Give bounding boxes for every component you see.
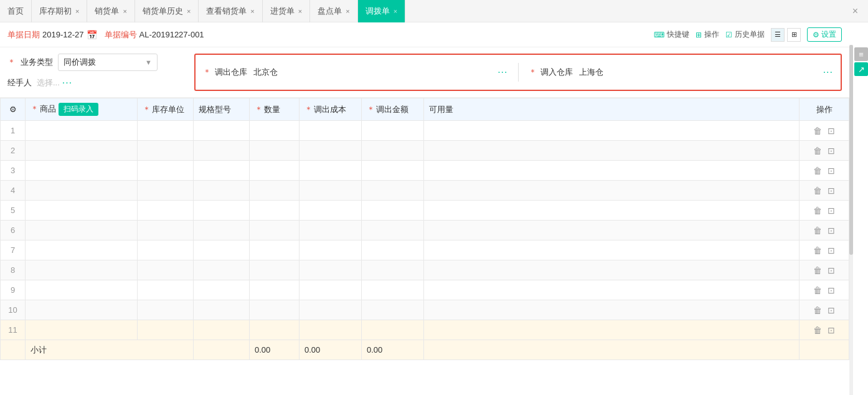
row-8-cost[interactable] bbox=[300, 260, 362, 280]
row-5-delete-button[interactable]: 🗑 bbox=[813, 206, 822, 216]
row-11-product[interactable] bbox=[26, 320, 138, 340]
row-11-copy-button[interactable]: ⊡ bbox=[828, 325, 835, 335]
table-settings-icon[interactable]: ⚙ bbox=[9, 105, 17, 114]
row-7-qty[interactable] bbox=[250, 240, 300, 260]
row-9-product[interactable] bbox=[26, 280, 138, 300]
row-6-avail[interactable] bbox=[424, 221, 800, 240]
row-7-spec[interactable] bbox=[194, 240, 250, 260]
row-4-qty[interactable] bbox=[250, 181, 300, 201]
row-1-spec[interactable] bbox=[194, 121, 250, 141]
row-2-amount[interactable] bbox=[362, 141, 424, 161]
row-7-copy-button[interactable]: ⊡ bbox=[828, 245, 835, 255]
row-4-spec[interactable] bbox=[194, 181, 250, 201]
sidebar-note-button[interactable]: ≡ bbox=[854, 47, 868, 61]
warehouse-out-more-button[interactable]: ··· bbox=[498, 67, 507, 78]
row-6-delete-button[interactable]: 🗑 bbox=[813, 226, 822, 236]
row-3-amount[interactable] bbox=[362, 161, 424, 181]
row-3-copy-button[interactable]: ⊡ bbox=[828, 166, 835, 176]
tab-close-purchase[interactable]: × bbox=[298, 7, 302, 15]
row-4-delete-button[interactable]: 🗑 bbox=[813, 186, 822, 196]
row-6-unit[interactable] bbox=[138, 221, 194, 240]
row-7-delete-button[interactable]: 🗑 bbox=[813, 245, 822, 255]
tab-transfer[interactable]: 调拨单 × bbox=[358, 0, 405, 22]
row-10-qty[interactable] bbox=[250, 300, 300, 320]
row-11-delete-button[interactable]: 🗑 bbox=[813, 325, 822, 335]
row-7-amount[interactable] bbox=[362, 240, 424, 260]
row-8-product[interactable] bbox=[26, 260, 138, 280]
tab-sales-history[interactable]: 销货单历史 × bbox=[135, 0, 199, 22]
row-10-copy-button[interactable]: ⊡ bbox=[828, 305, 835, 315]
sidebar-export-button[interactable]: ↗ bbox=[854, 62, 868, 76]
grid-view-button[interactable]: ⊞ bbox=[787, 28, 801, 42]
scroll-thumb[interactable] bbox=[849, 45, 853, 255]
row-8-qty[interactable] bbox=[250, 260, 300, 280]
row-9-avail[interactable] bbox=[424, 280, 800, 300]
row-1-copy-button[interactable]: ⊡ bbox=[828, 126, 835, 136]
warehouse-in-value[interactable]: 上海仓 bbox=[579, 67, 603, 78]
row-11-cost[interactable] bbox=[300, 320, 362, 340]
row-6-qty[interactable] bbox=[250, 221, 300, 240]
row-10-product[interactable] bbox=[26, 300, 138, 320]
tab-close-sales-history[interactable]: × bbox=[187, 7, 191, 15]
row-8-unit[interactable] bbox=[138, 260, 194, 280]
row-4-copy-button[interactable]: ⊡ bbox=[828, 186, 835, 196]
row-6-cost[interactable] bbox=[300, 221, 362, 240]
row-1-delete-button[interactable]: 🗑 bbox=[813, 126, 822, 136]
row-2-spec[interactable] bbox=[194, 141, 250, 161]
row-10-cost[interactable] bbox=[300, 300, 362, 320]
row-5-avail[interactable] bbox=[424, 201, 800, 221]
row-5-copy-button[interactable]: ⊡ bbox=[828, 206, 835, 216]
tab-close-inventory-init[interactable]: × bbox=[75, 7, 79, 15]
row-9-qty[interactable] bbox=[250, 280, 300, 300]
row-4-avail[interactable] bbox=[424, 181, 800, 201]
row-6-spec[interactable] bbox=[194, 221, 250, 240]
row-8-amount[interactable] bbox=[362, 260, 424, 280]
calendar-icon[interactable]: 📅 bbox=[87, 30, 97, 40]
row-1-qty[interactable] bbox=[250, 121, 300, 141]
row-11-spec[interactable] bbox=[194, 320, 250, 340]
tab-close-transfer[interactable]: × bbox=[394, 7, 397, 15]
row-5-product[interactable] bbox=[26, 201, 138, 221]
row-7-product[interactable] bbox=[26, 240, 138, 260]
row-10-spec[interactable] bbox=[194, 300, 250, 320]
row-8-delete-button[interactable]: 🗑 bbox=[813, 265, 822, 275]
scan-input-button[interactable]: 扫码录入 bbox=[59, 103, 98, 116]
row-9-spec[interactable] bbox=[194, 280, 250, 300]
row-5-cost[interactable] bbox=[300, 201, 362, 221]
biz-type-select[interactable]: 同价调拨 ▼ bbox=[58, 54, 158, 71]
settings-button[interactable]: ⚙ 设置 bbox=[807, 27, 842, 42]
row-6-copy-button[interactable]: ⊡ bbox=[828, 226, 835, 236]
warehouse-out-value[interactable]: 北京仓 bbox=[253, 67, 278, 78]
tab-stocktake[interactable]: 盘点单 × bbox=[310, 0, 357, 22]
row-3-delete-button[interactable]: 🗑 bbox=[813, 166, 822, 176]
row-3-avail[interactable] bbox=[424, 161, 800, 181]
row-3-product[interactable] bbox=[26, 161, 138, 181]
row-4-unit[interactable] bbox=[138, 181, 194, 201]
tab-purchase[interactable]: 进货单 × bbox=[263, 0, 310, 22]
row-3-cost[interactable] bbox=[300, 161, 362, 181]
shortcut-button[interactable]: ⌨ 快捷键 bbox=[654, 29, 689, 40]
row-7-avail[interactable] bbox=[424, 240, 800, 260]
row-7-cost[interactable] bbox=[300, 240, 362, 260]
row-5-qty[interactable] bbox=[250, 201, 300, 221]
row-2-copy-button[interactable]: ⊡ bbox=[828, 146, 835, 156]
row-3-unit[interactable] bbox=[138, 161, 194, 181]
row-4-cost[interactable] bbox=[300, 181, 362, 201]
row-10-unit[interactable] bbox=[138, 300, 194, 320]
row-11-qty[interactable] bbox=[250, 320, 300, 340]
tab-view-sales[interactable]: 查看销货单 × bbox=[199, 0, 262, 22]
row-4-amount[interactable] bbox=[362, 181, 424, 201]
tab-close-stocktake[interactable]: × bbox=[346, 7, 349, 15]
row-11-amount[interactable] bbox=[362, 320, 424, 340]
row-4-product[interactable] bbox=[26, 181, 138, 201]
tab-close-view-sales[interactable]: × bbox=[250, 7, 254, 15]
person-field[interactable]: 选择... ··· bbox=[37, 77, 72, 88]
operate-button[interactable]: ⊞ 操作 bbox=[696, 29, 719, 40]
row-7-unit[interactable] bbox=[138, 240, 194, 260]
row-5-unit[interactable] bbox=[138, 201, 194, 221]
row-2-delete-button[interactable]: 🗑 bbox=[813, 146, 822, 156]
tab-close-sales[interactable]: × bbox=[123, 7, 126, 15]
row-8-spec[interactable] bbox=[194, 260, 250, 280]
window-close-button[interactable]: × bbox=[847, 6, 863, 17]
row-3-qty[interactable] bbox=[250, 161, 300, 181]
